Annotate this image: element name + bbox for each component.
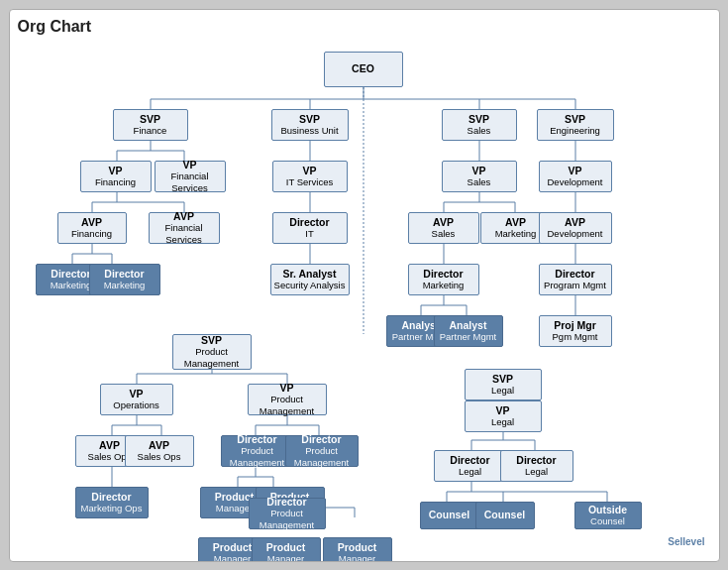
vp-financing-node: VP Financing [80,161,152,192]
svp-finance-node: SVP Finance [113,109,188,141]
pm4-node: Product Manager [252,537,321,562]
dir-mkt2-node: Director Marketing [89,264,160,295]
counsel1-node: Counsel [420,502,479,529]
avp-fin-services-node: AVP Financial Services [149,212,220,244]
dir-prod3-node: Director Product Management [249,498,326,529]
org-area: CEO SVP Finance SVP Business Unit SVP Sa… [18,42,711,549]
sr-analyst-node: Sr. Analyst Security Analysis [270,264,350,295]
svp-sales-node: SVP Sales [442,109,517,141]
vp-ops-node: VP Operations [100,384,173,415]
avp-sales-ops2-node: AVP Sales Ops [125,435,194,467]
svp-legal-node: SVP Legal [465,369,542,400]
dir-pgm-node: Director Program Mgmt [539,264,612,295]
vp-sales-node: VP Sales [442,161,517,192]
vp-dev-node: VP Development [539,161,612,192]
vp-legal-node: VP Legal [465,400,542,432]
pm5-node: Product Manager [323,537,392,562]
chart-container: Org Chart [9,9,720,562]
proj-mgr-node: Proj Mgr Pgm Mgmt [539,315,612,347]
dir-legal2-node: Director Legal [500,450,573,482]
avp-sales-node: AVP Sales [408,212,479,244]
analyst2-node: Analyst Partner Mgmt [434,315,503,347]
avp-financing-node: AVP Financing [57,212,127,244]
outside-counsel-node: Outside Counsel [574,502,642,529]
avp-dev-node: AVP Development [539,212,612,244]
ceo-node: CEO [324,52,403,87]
svp-engineering-node: SVP Engineering [537,109,614,141]
dir-mkt-ops-node: Director Marketing Ops [75,487,149,518]
vp-product-node: VP Product Management [248,384,327,415]
vp-it-node: VP IT Services [272,161,348,192]
dir-it-node: Director IT [272,212,348,244]
svp-business-node: SVP Business Unit [271,109,349,141]
dir-prod2-node: Director Product Management [285,435,359,467]
chart-title: Org Chart [18,18,711,36]
dir-legal1-node: Director Legal [434,450,507,482]
counsel2-node: Counsel [475,502,535,529]
svp-product-node: SVP Product Management [172,334,252,370]
logo: Sellevel [668,536,704,547]
dir-prod1-node: Director Product Management [221,435,294,467]
vp-fin-services-node: VP Financial Services [155,161,226,192]
dir-mkt3-node: Director Marketing [408,264,479,295]
